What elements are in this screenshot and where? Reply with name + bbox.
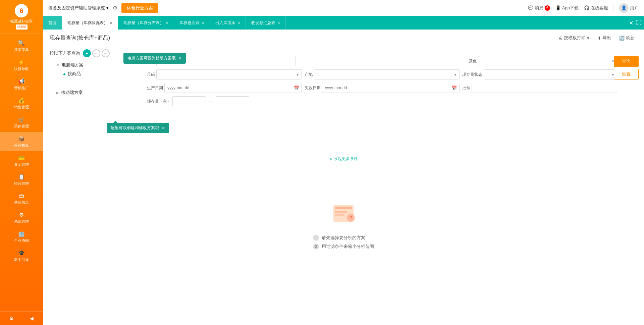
tab-close-batch_ledger[interactable]: ✕ [202,21,204,25]
sidebar-item-inventory[interactable]: 📦库存核算 [0,132,43,151]
sidebar-item-purchase[interactable]: 🛒采购管理 [0,113,43,132]
origin-select[interactable]: ▾ [314,69,460,79]
sidebar-item-ops[interactable]: 📋经营管理 [0,170,43,189]
export-btn[interactable]: ⬆ 导出 [595,34,614,42]
sidebar-label-sales: 销售管理 [14,105,29,110]
mfg-date-wrapper: 📅 [164,83,302,93]
tab-batch_ledger[interactable]: 库存批次账✕ [174,16,210,30]
sidebar-label-guide: 新手引导 [14,257,29,262]
tab-close-inout_flow[interactable]: ✕ [237,21,240,25]
filter-edit-btn[interactable]: ✏ [92,49,100,57]
sidebar-item-search[interactable]: 🔍搜索菜单 [0,37,43,56]
sidebar-item-system[interactable]: ⚙系统管理 [0,208,43,227]
scheme-mobile-label: 移动端方案 [61,90,83,96]
mfg-date-input[interactable] [164,83,302,93]
goods-more-icon: ··· [286,58,292,64]
sidebar-icon-purchase: 🛒 [18,116,25,123]
sidebar-bottom: ⚙ ◀ [0,311,43,325]
batch-input[interactable] [472,83,617,93]
sidebar-collapse-btn[interactable]: ◀ [30,316,34,321]
reset-btn[interactable]: 设置 [614,69,639,79]
tab-label-collect_summary: 收发存汇总表 [251,20,275,26]
tab-inventory_status[interactable]: 现存量（库存状况表）✕ [62,16,118,30]
user-avatar: 👤 [619,3,629,13]
filter-fields: 商品 ··· 颜色 ▾ [147,56,617,110]
print-icon: 🖨 [558,36,562,41]
refresh-btn[interactable]: 🔄 刷新 [616,34,637,42]
online-support-label: 在线客服 [591,5,608,11]
sidebar-label-corp: 企业协同 [14,238,29,243]
header-settings-icon[interactable]: ⚙ [113,5,117,11]
sidebar-settings-btn[interactable]: ⚙ [9,316,14,321]
system-name-select[interactable]: 装备及固定资产辅助管理系统 ▾ [48,5,109,11]
quantity-max-input[interactable] [216,96,249,106]
tab-close-inventory_status[interactable]: ✕ [110,21,112,25]
collapse-btn-container: ∧ 收起更多条件 [50,154,637,164]
tab-home[interactable]: 首页 [43,16,62,30]
tab-bar-actions: ✕ ⛶ [629,20,644,26]
app-download-action[interactable]: 📱 App下载 [555,5,579,11]
sidebar-label-nav: 快捷导航 [14,66,29,71]
scheme-tooltip-top: 电脑方案可设为移动方案哦 ✕ [123,53,186,64]
logo-icon: 6 [15,4,28,17]
sidebar-icon-ops: 📋 [18,174,25,180]
tab-inventory_dist[interactable]: 现存量（库存分布表）✕ [118,16,174,30]
online-support-action[interactable]: 🎧 在线客服 [584,5,608,11]
notification-label: 消息 [535,5,543,11]
page-title: 现存量查询(按仓库+商品) [50,35,110,42]
notification-icon: 💬 [528,5,533,10]
export-label: 导出 [602,35,611,41]
sidebar-icon-guide: 🎓 [18,250,25,256]
user-label: 用户 [630,5,639,11]
svg-rect-2 [335,211,347,213]
tab-close-inventory_dist[interactable]: ✕ [166,21,168,25]
notification-action[interactable]: 💬 消息 6 [528,5,550,11]
collapse-label: 收起更多条件 [334,156,358,162]
tab-label-inventory_dist: 现存量（库存分布表） [123,20,164,26]
empty-svg: ? [327,195,360,228]
sidebar-icon-system: ⚙ [19,212,24,218]
empty-step-2: 2 用过滤条件来缩小分析范围 [313,243,374,250]
scheme-desktop-arrow: ▼ [56,63,60,67]
origin-dropdown-icon: ▾ [454,72,457,77]
sidebar-item-marketing[interactable]: 📢营销推广 [0,75,43,94]
mfg-date-cal-icon: 📅 [294,86,299,91]
tab-close-collect_summary[interactable]: ✕ [277,21,280,25]
sidebar-item-guide[interactable]: 🎓新手引导 [0,247,43,266]
batch-label: 批号 [462,85,470,91]
tab-inout_flow[interactable]: 出入库流水✕ [210,16,246,30]
color-select[interactable]: ▾ [478,56,617,66]
search-btn[interactable]: 查询 [614,56,639,67]
sidebar-item-corp[interactable]: 🏢企业协同 [0,227,43,247]
tab-bar: 首页现存量（库存状况表）✕现存量（库存分布表）✕库存批次账✕出入库流水✕收发存汇… [43,16,644,30]
tab-label-inventory_status: 现存量（库存状况表） [67,20,108,26]
tab-fullscreen-btn[interactable]: ⛶ [636,20,641,26]
guide-tooltip-close[interactable]: ✕ [162,126,165,130]
size-select[interactable]: ▾ [156,69,302,79]
quantity-label: 现存量（主） [147,99,171,104]
print-btn[interactable]: 🖨 按模板打印 ▾ [555,34,592,42]
sidebar-item-sales[interactable]: 💰销售管理 [0,94,43,113]
status-select[interactable]: ▾ [484,69,617,79]
scheme-sub-indicator: ◆ [63,72,66,76]
sidebar-icon-marketing: 📢 [18,78,25,85]
sidebar-label-search: 搜索菜单 [14,47,29,52]
scheme-tooltip-close[interactable]: ✕ [178,56,182,61]
sidebar-item-base[interactable]: 🗃基础信息 [0,189,43,208]
scheme-desktop-label: 电脑端方案 [62,62,84,68]
tab-collect_summary[interactable]: 收发存汇总表✕ [246,16,286,30]
quantity-min-input[interactable] [172,96,206,106]
sidebar-item-finance[interactable]: 💳资金管理 [0,151,43,170]
system-name: 装备及固定资产辅助管理系统 [48,5,105,11]
collapse-btn[interactable]: ∧ 收起更多条件 [50,154,637,164]
filter-add-btn[interactable]: + [83,49,91,57]
tab-label-inout_flow: 出入库流水 [215,20,235,26]
sidebar-item-nav[interactable]: ⚡快捷导航 [0,56,43,75]
tab-close-all-btn[interactable]: ✕ [629,20,633,26]
industry-btn[interactable]: 体验行业方案 [121,3,158,13]
content-area: 现存量查询(按仓库+商品) 🖨 按模板打印 ▾ ⬆ 导出 🔄 刷新 [43,30,644,325]
user-action[interactable]: 👤 用户 [619,3,639,13]
exp-date-input[interactable] [322,83,460,93]
filter-back-btn[interactable]: ← [102,49,110,57]
filter-field-mfg-date: 生产日期 📅 [147,83,302,93]
